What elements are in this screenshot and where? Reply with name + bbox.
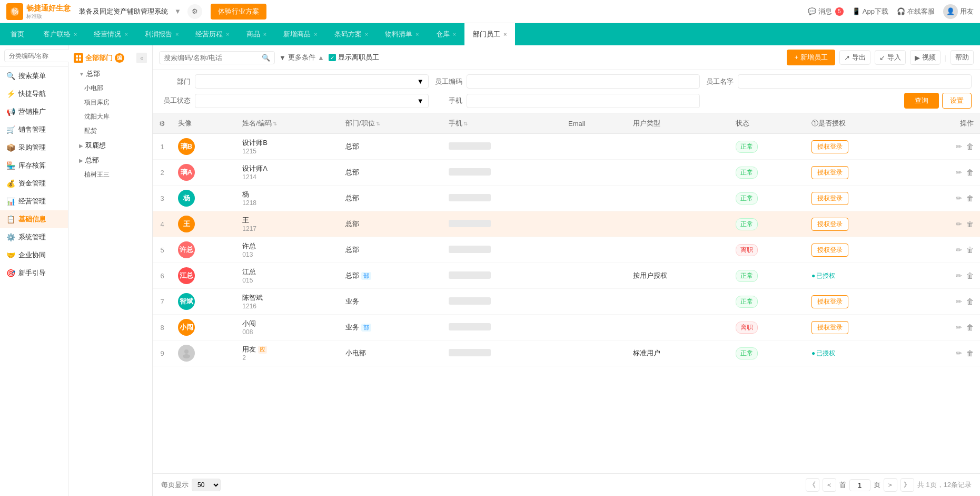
th-dept[interactable]: 部门/职位⇅ bbox=[339, 113, 442, 134]
delete-icon[interactable]: 🗑 bbox=[966, 142, 974, 151]
page-size-select[interactable]: 50 100 bbox=[192, 479, 221, 491]
sidebar-item-basic[interactable]: 📋基础信息 bbox=[0, 210, 68, 228]
sidebar-item-sales[interactable]: 🛒销售管理 bbox=[0, 121, 68, 139]
delete-icon[interactable]: 🗑 bbox=[966, 220, 974, 228]
sidebar-item-shortcut[interactable]: ⚡快捷导航 bbox=[0, 85, 68, 103]
user-menu[interactable]: 👤 用友 bbox=[943, 4, 974, 19]
close-tab-icon[interactable]: × bbox=[124, 31, 127, 37]
help-button[interactable]: 帮助 bbox=[951, 50, 974, 65]
auth-button[interactable]: 授权登录 bbox=[811, 295, 848, 308]
auth-button[interactable]: 授权登录 bbox=[811, 192, 848, 205]
nav-tab-新增商品[interactable]: 新增商品× bbox=[275, 23, 325, 45]
auth-button[interactable]: 授权登录 bbox=[811, 166, 848, 179]
delete-icon[interactable]: 🗑 bbox=[966, 168, 974, 177]
export-button[interactable]: ↗ 导出 bbox=[839, 50, 870, 65]
sidebar-item-inventory[interactable]: 🏪库存核算 bbox=[0, 157, 68, 174]
close-tab-icon[interactable]: × bbox=[74, 31, 77, 37]
import-button[interactable]: ↙ 导入 bbox=[875, 50, 906, 65]
first-page-button[interactable]: 《 bbox=[806, 478, 819, 492]
page-number-input[interactable] bbox=[849, 479, 870, 491]
dept-sub-item[interactable]: 小电部 bbox=[68, 81, 152, 95]
edit-icon[interactable]: ✏ bbox=[956, 323, 962, 332]
sidebar-item-operation[interactable]: 📊经营管理 bbox=[0, 192, 68, 210]
dept-tree-item[interactable]: ▼总部 bbox=[68, 66, 152, 81]
edit-icon[interactable]: ✏ bbox=[956, 168, 962, 177]
nav-tab-商品[interactable]: 商品× bbox=[238, 23, 275, 45]
dept-collapse-button[interactable]: « bbox=[136, 53, 147, 63]
close-tab-icon[interactable]: × bbox=[175, 31, 179, 37]
close-tab-icon[interactable]: × bbox=[314, 31, 317, 37]
sidebar-item-marketing[interactable]: 📢营销推广 bbox=[0, 103, 68, 121]
nav-tab-首页[interactable]: 首页 bbox=[0, 23, 35, 45]
edit-icon[interactable]: ✏ bbox=[956, 271, 962, 280]
reset-button[interactable]: 设置 bbox=[942, 93, 972, 109]
show-resigned-toggle[interactable]: ✓ 显示离职员工 bbox=[329, 53, 379, 62]
dept-sub-item[interactable]: 项目库房 bbox=[68, 95, 152, 110]
delete-icon[interactable]: 🗑 bbox=[966, 297, 974, 306]
edit-icon[interactable]: ✏ bbox=[956, 349, 962, 357]
sidebar-item-enterprise[interactable]: 🤝企业协同 bbox=[0, 246, 68, 264]
edit-icon[interactable]: ✏ bbox=[956, 142, 962, 151]
dept-sub-item[interactable]: 沈阳大库 bbox=[68, 110, 152, 124]
close-tab-icon[interactable]: × bbox=[263, 31, 266, 37]
sidebar-item-purchase[interactable]: 📦采购管理 bbox=[0, 139, 68, 157]
delete-icon[interactable]: 🗑 bbox=[966, 323, 974, 332]
auth-button[interactable]: 授权登录 bbox=[811, 140, 848, 153]
auth-button[interactable]: 授权登录 bbox=[811, 244, 848, 257]
th-settings[interactable]: ⚙ bbox=[153, 113, 172, 134]
nav-tab-仓库[interactable]: 仓库× bbox=[428, 23, 464, 45]
sidebar-item-finance[interactable]: 💰资金管理 bbox=[0, 174, 68, 192]
nav-tab-物料清单[interactable]: 物料清单× bbox=[377, 23, 427, 45]
sidebar-item-guide[interactable]: 🎯新手引导 bbox=[0, 264, 68, 282]
nav-tab-利润报告[interactable]: 利润报告× bbox=[136, 23, 187, 45]
sidebar-item-search[interactable]: 🔍搜索菜单 bbox=[0, 67, 68, 85]
close-tab-icon[interactable]: × bbox=[365, 31, 368, 37]
add-employee-button[interactable]: + 新增员工 bbox=[787, 50, 835, 65]
sidebar-item-system[interactable]: ⚙️系统管理 bbox=[0, 228, 68, 246]
next-page-button[interactable]: ＞ bbox=[884, 478, 897, 492]
query-button[interactable]: 查询 bbox=[904, 93, 939, 109]
phone-input[interactable] bbox=[467, 94, 700, 108]
th-phone[interactable]: 手机⇅ bbox=[442, 113, 562, 134]
close-tab-icon[interactable]: × bbox=[503, 31, 507, 37]
close-tab-icon[interactable]: × bbox=[226, 31, 229, 37]
nav-tab-部门员工[interactable]: 部门员工× bbox=[464, 23, 515, 45]
employee-search-input[interactable] bbox=[164, 54, 260, 62]
delete-icon[interactable]: 🗑 bbox=[966, 271, 974, 280]
dept-tree-item[interactable]: ▶总部 bbox=[68, 153, 152, 168]
edit-icon[interactable]: ✏ bbox=[956, 194, 962, 202]
nav-tab-客户联络[interactable]: 客户联络× bbox=[35, 23, 85, 45]
emp-status-select[interactable]: ▼ bbox=[195, 94, 429, 108]
dept-filter-select[interactable]: ▼ bbox=[195, 74, 429, 89]
delete-icon[interactable]: 🗑 bbox=[966, 246, 974, 254]
dept-all-link[interactable]: 全部部门 编 bbox=[74, 53, 124, 63]
close-tab-icon[interactable]: × bbox=[453, 31, 456, 37]
more-filter-button[interactable]: ▼ 更多条件 ▲ bbox=[279, 53, 324, 62]
app-download-button[interactable]: 📱 App下载 bbox=[852, 7, 888, 16]
dept-sub-item[interactable]: 植树王三 bbox=[68, 168, 152, 182]
delete-icon[interactable]: 🗑 bbox=[966, 349, 974, 357]
emp-name-input[interactable] bbox=[738, 74, 972, 89]
auth-button[interactable]: 授权登录 bbox=[811, 321, 848, 334]
title-dropdown-icon[interactable]: ▼ bbox=[174, 7, 181, 15]
dept-sub-item[interactable]: 配货 bbox=[68, 124, 152, 138]
nav-tab-条码方案[interactable]: 条码方案× bbox=[326, 23, 377, 45]
nav-tab-经营情况[interactable]: 经营情况× bbox=[85, 23, 136, 45]
message-button[interactable]: 💬 消息 5 bbox=[808, 7, 844, 16]
edit-icon[interactable]: ✏ bbox=[956, 297, 962, 306]
nav-tab-经营历程[interactable]: 经营历程× bbox=[187, 23, 237, 45]
online-service-button[interactable]: 🎧 在线客服 bbox=[897, 7, 935, 16]
edit-icon[interactable]: ✏ bbox=[956, 220, 962, 228]
emp-code-input[interactable] bbox=[467, 74, 700, 89]
settings-icon[interactable]: ⚙ bbox=[187, 4, 202, 19]
th-name[interactable]: 姓名/编码⇅ bbox=[236, 113, 339, 134]
dept-tree-item[interactable]: ▶双鹿想 bbox=[68, 138, 152, 153]
auth-button[interactable]: 授权登录 bbox=[811, 218, 848, 231]
view-button[interactable]: ▶ 视频 bbox=[910, 50, 941, 65]
last-page-button[interactable]: 》 bbox=[900, 478, 914, 492]
experience-button[interactable]: 体验行业方案 bbox=[211, 4, 266, 20]
edit-icon[interactable]: ✏ bbox=[956, 246, 962, 254]
close-tab-icon[interactable]: × bbox=[415, 31, 419, 37]
delete-icon[interactable]: 🗑 bbox=[966, 194, 974, 202]
prev-page-button[interactable]: ＜ bbox=[823, 478, 836, 492]
